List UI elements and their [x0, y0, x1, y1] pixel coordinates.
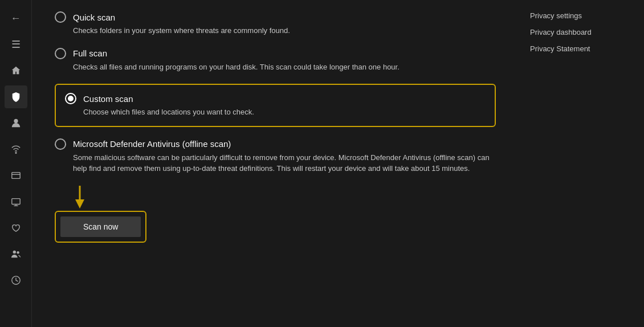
full-scan-radio[interactable] — [55, 48, 66, 59]
scan-options-content: Quick scan Checks folders in your system… — [32, 0, 519, 327]
privacy-dashboard-link[interactable]: Privacy dashboard — [530, 28, 633, 36]
device-icon[interactable] — [5, 190, 27, 213]
svg-marker-11 — [75, 199, 84, 209]
svg-point-7 — [13, 251, 15, 254]
offline-scan-header: Microsoft Defender Antivirus (offline sc… — [55, 138, 496, 150]
person-icon[interactable] — [5, 112, 27, 134]
family-icon[interactable] — [5, 243, 27, 265]
custom-scan-label: Custom scan — [83, 94, 133, 104]
full-scan-header: Full scan — [55, 48, 496, 59]
svg-rect-4 — [11, 199, 19, 205]
back-icon[interactable]: ← — [5, 7, 27, 30]
shield-icon[interactable] — [5, 85, 27, 108]
quick-scan-radio[interactable] — [55, 11, 66, 23]
wifi-icon[interactable] — [5, 138, 27, 161]
quick-scan-option: Quick scan Checks folders in your system… — [55, 11, 496, 36]
sidebar: ← ☰ — [0, 0, 32, 327]
offline-scan-option: Microsoft Defender Antivirus (offline sc… — [55, 138, 496, 174]
custom-scan-radio[interactable] — [65, 93, 76, 104]
custom-scan-box: Custom scan Choose which files and locat… — [55, 84, 496, 127]
full-scan-option: Full scan Checks all files and running p… — [55, 48, 496, 73]
history-icon[interactable] — [5, 269, 27, 292]
svg-point-8 — [17, 251, 19, 254]
privacy-settings-link[interactable]: Privacy settings — [530, 11, 633, 20]
full-scan-label: Full scan — [73, 48, 107, 58]
privacy-statement-link[interactable]: Privacy Statement — [530, 44, 633, 53]
quick-scan-desc: Checks folders in your system where thre… — [73, 25, 496, 36]
quick-scan-header: Quick scan — [55, 11, 496, 23]
scan-now-button[interactable]: Scan now — [60, 216, 141, 237]
quick-scan-label: Quick scan — [73, 13, 115, 22]
health-icon[interactable] — [5, 216, 27, 239]
main-content: Quick scan Checks folders in your system… — [32, 0, 644, 327]
custom-scan-header: Custom scan — [65, 93, 486, 104]
full-scan-desc: Checks all files and running programs on… — [73, 62, 496, 73]
svg-rect-2 — [11, 173, 19, 179]
arrow-annotation — [73, 186, 496, 209]
scan-now-box: Scan now — [55, 211, 146, 243]
offline-scan-label: Microsoft Defender Antivirus (offline sc… — [73, 139, 231, 149]
custom-scan-desc: Choose which files and locations you wan… — [83, 107, 486, 118]
svg-point-1 — [15, 152, 17, 153]
home-icon[interactable] — [5, 59, 27, 82]
offline-scan-radio[interactable] — [55, 138, 66, 150]
offline-scan-desc: Some malicious software can be particula… — [73, 152, 496, 174]
menu-icon[interactable]: ☰ — [5, 33, 27, 56]
window-icon[interactable] — [5, 164, 27, 187]
right-panel: Privacy settings Privacy dashboard Priva… — [519, 0, 644, 327]
svg-point-0 — [14, 119, 18, 123]
